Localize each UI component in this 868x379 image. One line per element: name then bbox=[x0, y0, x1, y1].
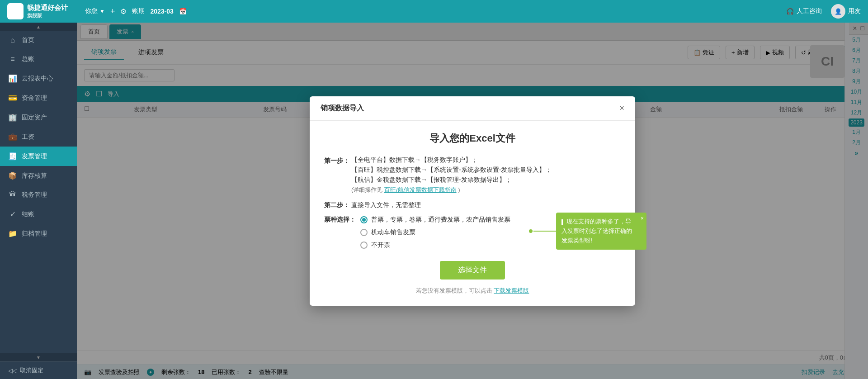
download-template-link[interactable]: 下载发票模版 bbox=[494, 287, 529, 294]
sidebar-item-label: 库存核算 bbox=[22, 172, 47, 180]
dropdown-icon[interactable]: ▼ bbox=[99, 8, 105, 14]
sidebar-item-label: 资金管理 bbox=[22, 94, 47, 102]
tooltip-bar-icon bbox=[561, 219, 563, 225]
step1-line2: 【百旺】税控盘数据下载→【系统设置-系统参数设置-发票批量导入】； bbox=[351, 166, 552, 174]
user-selector[interactable]: 你您 ▼ bbox=[85, 7, 105, 15]
support-label: 人工咨询 bbox=[797, 7, 822, 15]
sidebar-item-label: 结账 bbox=[22, 210, 34, 218]
app-sub: 旗舰版 bbox=[27, 12, 68, 19]
step2-row: 第二步： 直接导入文件，无需整理 bbox=[324, 200, 621, 209]
step1-row: 第一步： 【全电平台】数据下载→【税务数字账户】； 【百旺】税控盘数据下载→【系… bbox=[324, 156, 621, 194]
top-bar-center: + ⚙ 账期 2023-03 📅 bbox=[110, 7, 187, 16]
settle-icon: ✓ bbox=[8, 210, 17, 218]
fund-icon: 💳 bbox=[8, 94, 17, 102]
add-icon[interactable]: + bbox=[110, 7, 115, 16]
download-tip-prefix: 若您没有发票模版，可以点击 bbox=[416, 287, 492, 294]
sidebar-scroll-up[interactable]: ▲ bbox=[0, 23, 77, 31]
radio-normal-circle bbox=[360, 216, 368, 223]
modal-header: 销项数据导入 × bbox=[310, 96, 635, 121]
sidebar-item-asset[interactable]: 🏢 固定资产 bbox=[0, 108, 77, 127]
modal-overlay: 销项数据导入 × 导入您的Excel文件 第一步： 【全电平台】数据下载→【税务… bbox=[77, 23, 868, 379]
modal-title: 销项数据导入 bbox=[321, 104, 364, 113]
sidebar: ▲ ⌂ 首页 ≡ 总账 📊 云报表中心 💳 资金管理 🏢 固定资产 💼 工资 🧾… bbox=[0, 23, 77, 379]
sidebar-item-label: 发票管理 bbox=[22, 152, 47, 161]
sidebar-item-fund[interactable]: 💳 资金管理 bbox=[0, 88, 77, 108]
radio-group: 普票，专票，卷票，通行费发票，农产品销售发票 机动车销售发票 不开票 bbox=[360, 216, 510, 254]
step1-line3: 【航信】金税盘数据下载→【报税管理-发票数据导出】； bbox=[351, 176, 552, 184]
top-bar: 畅捷通好会计 旗舰版 你您 ▼ + ⚙ 账期 2023-03 📅 🎧 人工咨询 … bbox=[0, 0, 868, 23]
tooltip-dot bbox=[528, 228, 533, 234]
app-logo: 畅捷通好会计 旗舰版 bbox=[7, 3, 80, 19]
sidebar-cancel-fixed[interactable]: ◁◁ 取消固定 bbox=[0, 361, 77, 379]
avatar: 👤 bbox=[831, 4, 845, 19]
step1-note: (详细操作见 百旺/航信发票数据下载指南 ) bbox=[351, 186, 552, 194]
user-name: 用友 bbox=[848, 7, 861, 15]
wage-icon: 💼 bbox=[8, 133, 17, 141]
tooltip-connector bbox=[533, 231, 556, 232]
sidebar-item-ledger[interactable]: ≡ 总账 bbox=[0, 50, 77, 69]
headset-icon: 🎧 bbox=[786, 8, 794, 15]
sidebar-item-wage[interactable]: 💼 工资 bbox=[0, 127, 77, 147]
sidebar-item-label: 固定资产 bbox=[22, 114, 47, 122]
user-area[interactable]: 👤 用友 bbox=[831, 4, 861, 19]
sidebar-item-settle[interactable]: ✓ 结账 bbox=[0, 204, 77, 224]
step2-label: 第二步： bbox=[324, 200, 351, 209]
calendar-icon[interactable]: 📅 bbox=[179, 8, 187, 15]
step1-content: 【全电平台】数据下载→【税务数字账户】； 【百旺】税控盘数据下载→【系统设置-系… bbox=[351, 156, 552, 194]
cancel-icon: ◁◁ bbox=[8, 367, 17, 374]
period-label: 账期 bbox=[132, 7, 145, 15]
download-tip: 若您没有发票模版，可以点击 下载发票模版 bbox=[324, 287, 621, 295]
sidebar-item-archive[interactable]: 📁 归档管理 bbox=[0, 224, 77, 243]
invoice-icon: 🧾 bbox=[8, 152, 17, 161]
settings-icon[interactable]: ⚙ bbox=[120, 7, 127, 16]
tooltip-text: 现在支持的票种多了，导入发票时别忘了选择正确的发票类型呀! bbox=[561, 218, 632, 244]
radio-no-ticket-label: 不开票 bbox=[371, 241, 390, 249]
app-name: 畅捷通好会计 bbox=[27, 4, 68, 12]
content-area: × □ 首页 发票 × 销项发票 进项发票 bbox=[77, 23, 868, 379]
sidebar-item-label: 总账 bbox=[22, 55, 34, 63]
modal-main-title: 导入您的Excel文件 bbox=[324, 132, 621, 145]
tax-icon: 🏛 bbox=[8, 191, 17, 199]
step1-link[interactable]: 百旺/航信发票数据下载指南 bbox=[384, 186, 457, 193]
tooltip-close-btn[interactable]: × bbox=[641, 214, 644, 223]
stock-icon: 📦 bbox=[8, 171, 17, 180]
support-btn[interactable]: 🎧 人工咨询 bbox=[786, 7, 822, 15]
radio-motor-circle bbox=[360, 229, 368, 236]
sidebar-item-label: 云报表中心 bbox=[22, 75, 53, 83]
radio-motor-label: 机动车销售发票 bbox=[371, 228, 415, 237]
sidebar-item-report[interactable]: 📊 云报表中心 bbox=[0, 69, 77, 88]
archive-icon: 📁 bbox=[8, 229, 17, 238]
import-modal: 销项数据导入 × 导入您的Excel文件 第一步： 【全电平台】数据下载→【税务… bbox=[310, 96, 635, 306]
sidebar-item-tax[interactable]: 🏛 税务管理 bbox=[0, 185, 77, 204]
sidebar-item-invoice[interactable]: 🧾 发票管理 bbox=[0, 147, 77, 166]
radio-motor[interactable]: 机动车销售发票 bbox=[360, 228, 510, 237]
step1-label: 第一步： bbox=[324, 156, 351, 165]
ledger-icon: ≡ bbox=[8, 55, 17, 63]
tooltip-container: 现在支持的票种多了，导入发票时别忘了选择正确的发票类型呀! × bbox=[528, 213, 646, 250]
modal-close-btn[interactable]: × bbox=[619, 104, 624, 113]
home-icon: ⌂ bbox=[8, 36, 17, 44]
select-file-btn[interactable]: 选择文件 bbox=[440, 261, 505, 280]
sidebar-item-label: 工资 bbox=[22, 133, 34, 141]
sidebar-item-label: 归档管理 bbox=[22, 230, 47, 238]
step1-line1: 【全电平台】数据下载→【税务数字账户】； bbox=[351, 156, 552, 164]
period-value: 2023-03 bbox=[150, 8, 173, 15]
main-layout: ▲ ⌂ 首页 ≡ 总账 📊 云报表中心 💳 资金管理 🏢 固定资产 💼 工资 🧾… bbox=[0, 23, 868, 379]
step2-content: 直接导入文件，无需整理 bbox=[351, 200, 421, 209]
radio-no-ticket-circle bbox=[360, 242, 368, 249]
sidebar-item-stock[interactable]: 📦 库存核算 bbox=[0, 166, 77, 185]
sidebar-item-home[interactable]: ⌂ 首页 bbox=[0, 31, 77, 50]
sidebar-scroll-down[interactable]: ▼ bbox=[0, 353, 77, 361]
radio-no-ticket[interactable]: 不开票 bbox=[360, 241, 510, 249]
step1-note-suffix: ) bbox=[458, 186, 460, 193]
tooltip-box: 现在支持的票种多了，导入发票时别忘了选择正确的发票类型呀! × bbox=[556, 213, 646, 250]
ticket-label: 票种选择： bbox=[324, 216, 360, 224]
top-bar-right: 🎧 人工咨询 👤 用友 bbox=[786, 4, 861, 19]
svg-point-0 bbox=[13, 7, 18, 12]
radio-normal[interactable]: 普票，专票，卷票，通行费发票，农产品销售发票 bbox=[360, 216, 510, 224]
sidebar-item-label: 税务管理 bbox=[22, 191, 47, 199]
step1-note-prefix: (详细操作见 bbox=[351, 186, 382, 193]
radio-normal-label: 普票，专票，卷票，通行费发票，农产品销售发票 bbox=[371, 216, 510, 224]
sidebar-item-label: 首页 bbox=[22, 36, 34, 44]
user-label: 你您 bbox=[85, 7, 98, 15]
